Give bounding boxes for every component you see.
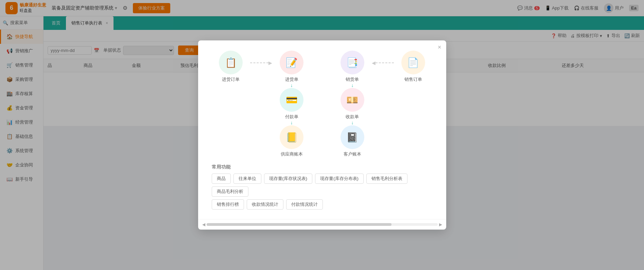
func-btn-inventory-dist[interactable]: 现存量(库存分布表) [315, 174, 364, 184]
modal-close-button[interactable]: × [438, 44, 441, 51]
purchase-bill-circle: 📝 [280, 51, 303, 74]
modal-overlay: × 📋 进货订单 ▶ [0, 0, 644, 270]
func-buttons-row2: 销售排行榜 收款情况统计 付款情况统计 [212, 199, 433, 210]
flow-node-receipt-bill[interactable]: 💴 收款单 [333, 88, 371, 120]
sales-order-label: 销售订单 [404, 76, 422, 83]
sales-bill-label: 销货单 [346, 76, 359, 83]
common-funcs-title: 常用功能 [212, 164, 433, 170]
purchase-bill-label: 进货单 [285, 76, 298, 83]
flow-node-purchase-order[interactable]: 📋 进货订单 [212, 51, 250, 83]
func-btn-product[interactable]: 商品 [212, 174, 231, 184]
scrollbar-thumb [207, 223, 391, 226]
purchase-order-label: 进货订单 [222, 76, 240, 83]
flow-node-sales-bill[interactable]: 📑 销货单 [333, 51, 371, 83]
modal-dialog: × 📋 进货订单 ▶ [198, 40, 446, 230]
scrollbar-left-arrow[interactable]: ◀ [202, 222, 205, 227]
func-btn-payment-stats[interactable]: 付款情况统计 [286, 199, 323, 210]
purchase-order-circle: 📋 [219, 51, 243, 74]
flow-node-supplier-account[interactable]: 📒 供应商账本 [272, 125, 311, 157]
customer-account-circle: 📓 [341, 125, 364, 149]
supplier-account-label: 供应商账本 [281, 151, 303, 157]
func-btn-sales-profit-analysis[interactable]: 销售毛利分析表 [366, 174, 407, 184]
func-btn-product-profit-analysis[interactable]: 商品毛利分析 [212, 186, 248, 197]
modal-scrollbar: ◀ ▶ [198, 219, 446, 230]
func-btn-inventory-status[interactable]: 现存量(库存状况表) [264, 174, 313, 184]
scrollbar-right-arrow[interactable]: ▶ [439, 222, 442, 227]
payment-bill-circle: 💳 [280, 88, 303, 112]
supplier-account-circle: 📒 [280, 125, 303, 149]
func-buttons-row1: 商品 往来单位 现存量(库存状况表) 现存量(库存分布表) 销售毛利分析表 商品… [212, 174, 433, 197]
flow-node-purchase-bill[interactable]: 📝 进货单 [272, 51, 311, 83]
modal-body: 📋 进货订单 ▶ 📝 进货单 [198, 40, 446, 219]
scrollbar-track[interactable] [207, 223, 438, 226]
func-btn-receipt-stats[interactable]: 收款情况统计 [247, 199, 283, 210]
receipt-bill-label: 收款单 [346, 114, 359, 120]
flow-node-payment-bill[interactable]: 💳 付款单 [272, 88, 311, 120]
receipt-bill-circle: 💴 [341, 88, 364, 112]
flow-node-customer-account[interactable]: 📓 客户账本 [333, 125, 371, 157]
flow-node-sales-order[interactable]: 📄 销售订单 [394, 51, 432, 83]
payment-bill-label: 付款单 [285, 114, 298, 120]
sales-order-circle: 📄 [401, 51, 425, 74]
func-btn-sales-rank[interactable]: 销售排行榜 [212, 199, 244, 210]
common-functions-section: 常用功能 商品 往来单位 现存量(库存状况表) 现存量(库存分布表) 销售毛利分… [212, 164, 433, 210]
func-btn-partner[interactable]: 往来单位 [233, 174, 261, 184]
flow-diagram: 📋 进货订单 ▶ 📝 进货单 [212, 51, 433, 157]
customer-account-label: 客户账本 [344, 151, 361, 157]
sales-bill-circle: 📑 [341, 51, 364, 74]
